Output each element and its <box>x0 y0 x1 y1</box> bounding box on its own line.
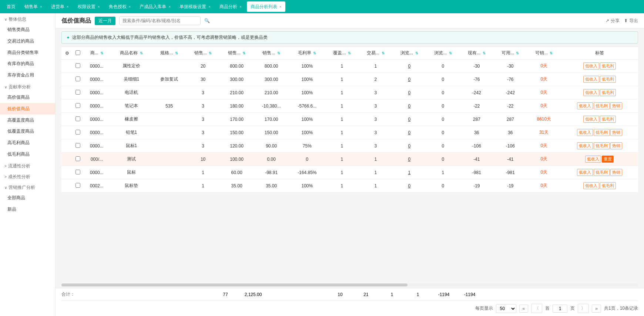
checkbox-cell[interactable] <box>73 73 83 86</box>
select-all-checkbox[interactable] <box>76 50 80 55</box>
horizontal-scrollbar[interactable] <box>61 283 638 286</box>
sidebar-item-low-value[interactable]: 低价值商品 <box>0 103 55 115</box>
checkbox-cell[interactable] <box>73 99 83 113</box>
settings-col-header[interactable]: ⚙ <box>61 47 73 60</box>
sidebar-group-title-circulation[interactable]: > 流通性分析 <box>0 160 55 171</box>
name-col-header[interactable]: 商品名称 ⇅ <box>111 47 152 60</box>
nav-product-analysis-list[interactable]: 商品分析列表 × <box>247 1 285 12</box>
sidebar-item-traded-goods[interactable]: 交易过的商品 <box>0 35 55 47</box>
row-checkbox[interactable] <box>76 183 80 188</box>
prev-page-button[interactable]: 〈 <box>531 304 542 313</box>
row-checkbox[interactable] <box>76 156 80 161</box>
first-page-button[interactable]: « <box>519 305 529 313</box>
close-icon[interactable]: × <box>98 5 100 9</box>
nav-product-analysis[interactable]: 商品分析 × <box>216 1 245 12</box>
row-checkbox[interactable] <box>76 116 80 121</box>
browse1-value[interactable]: 0 <box>408 77 411 82</box>
row-checkbox[interactable] <box>76 143 80 148</box>
page-input[interactable] <box>553 305 567 313</box>
sidebar-item-high-profit[interactable]: 高毛利商品 <box>0 137 55 149</box>
browse1-cell[interactable]: 0 <box>392 153 426 166</box>
browse1-value[interactable]: 0 <box>408 157 411 162</box>
browse1-value[interactable]: 0 <box>408 90 411 95</box>
share-button[interactable]: ↗ 分享 <box>606 18 620 24</box>
search-icon[interactable]: 🔍 <box>204 18 210 23</box>
checkbox-cell[interactable] <box>73 86 83 99</box>
page-size-select[interactable]: 50 100 200 <box>496 304 516 313</box>
sidebar-item-high-value[interactable]: 高价值商品 <box>0 92 55 103</box>
browse1-value[interactable]: 0 <box>408 143 411 149</box>
browse1-col-header[interactable]: 浏览... ⇅ <box>392 47 426 60</box>
checkbox-cell[interactable] <box>73 126 83 139</box>
row-checkbox[interactable] <box>76 63 80 68</box>
sidebar-item-low-profit[interactable]: 低毛利商品 <box>0 149 55 160</box>
nav-role-auth[interactable]: 角色授权 × <box>105 1 135 12</box>
sidebar-item-high-coverage[interactable]: 高覆盖度商品 <box>0 115 55 126</box>
close-icon[interactable]: × <box>168 5 171 9</box>
checkbox-col-header[interactable] <box>73 47 83 60</box>
nav-permissions[interactable]: 权限设置 × <box>74 1 104 12</box>
row-checkbox[interactable] <box>76 130 80 135</box>
checkbox-cell[interactable] <box>73 166 83 179</box>
close-icon[interactable]: × <box>239 5 242 9</box>
browse2-col-header[interactable]: 浏览... ⇅ <box>426 47 460 60</box>
nav-sales-order[interactable]: 销售单 × <box>21 1 46 12</box>
nav-home[interactable]: 首页 <box>3 1 19 12</box>
sidebar-group-title-marketing[interactable]: ∨ 营销推广分析 <box>0 181 55 192</box>
browse1-cell[interactable]: 0 <box>392 86 426 99</box>
profit-rate-col-header[interactable]: 毛利率 ⇅ <box>289 47 325 60</box>
sidebar-item-sales-goods[interactable]: 销售类商品 <box>0 24 55 35</box>
code-col-header[interactable]: 商... ⇅ <box>83 47 111 60</box>
row-checkbox[interactable] <box>76 90 80 95</box>
export-button[interactable]: ⬆ 导出 <box>624 18 638 24</box>
checkbox-cell[interactable] <box>73 153 83 166</box>
row-checkbox[interactable] <box>76 170 80 174</box>
cover-col-header[interactable]: 覆盖... ⇅ <box>325 47 359 60</box>
close-icon[interactable]: × <box>129 5 131 9</box>
browse1-cell[interactable]: 0 <box>392 126 426 139</box>
current-col-header[interactable]: 现有... ⇅ <box>460 47 493 60</box>
browse1-cell[interactable]: 1 <box>392 166 426 179</box>
browse1-value[interactable]: 0 <box>408 64 411 69</box>
sellable-col-header[interactable]: 可销... ⇅ <box>527 47 561 60</box>
sidebar-item-new-goods[interactable]: 新品 <box>0 204 55 215</box>
browse1-cell[interactable]: 0 <box>392 139 426 153</box>
trade-col-header[interactable]: 交易... ⇅ <box>359 47 392 60</box>
browse1-value[interactable]: 0 <box>408 130 411 135</box>
browse1-cell[interactable]: 0 <box>392 73 426 86</box>
nav-purchase-order[interactable]: 进货单 × <box>47 1 73 12</box>
browse1-cell[interactable]: 0 <box>392 179 426 193</box>
sidebar-item-all-goods[interactable]: 全部商品 <box>0 192 55 204</box>
close-icon[interactable]: × <box>67 5 69 9</box>
browse1-value[interactable]: 0 <box>408 183 411 188</box>
close-icon[interactable]: × <box>208 5 211 9</box>
sale1-col-header[interactable]: 销售... ⇅ <box>186 47 220 60</box>
sidebar-group-title-general[interactable]: ∨ 整体信息 <box>0 13 55 24</box>
next-page-button[interactable]: 〉 <box>578 304 589 313</box>
available-col-header[interactable]: 可用... ⇅ <box>493 47 527 60</box>
search-input[interactable] <box>119 16 201 25</box>
sidebar-item-stocked-goods[interactable]: 有库存的商品 <box>0 58 55 69</box>
sidebar-group-title-growth[interactable]: > 成长性分析 <box>0 171 55 181</box>
scrollbar-thumb[interactable] <box>61 283 407 286</box>
nav-template-settings[interactable]: 单据模板设置 × <box>176 1 214 12</box>
checkbox-cell[interactable] <box>73 139 83 153</box>
sidebar-group-title-contribution[interactable]: ∨ 贡献率分析 <box>0 81 55 92</box>
browse1-value[interactable]: 1 <box>408 170 411 175</box>
spec-col-header[interactable]: 规格... ⇅ <box>152 47 186 60</box>
sidebar-item-low-coverage[interactable]: 低覆盖度商品 <box>0 126 55 137</box>
checkbox-cell[interactable] <box>73 60 83 73</box>
checkbox-cell[interactable] <box>73 179 83 193</box>
row-checkbox[interactable] <box>76 77 80 81</box>
browse1-cell[interactable]: 0 <box>392 60 426 73</box>
sale2-col-header[interactable]: 销售... ⇅ <box>220 47 254 60</box>
checkbox-cell[interactable] <box>73 113 83 126</box>
browse1-cell[interactable]: 0 <box>392 113 426 126</box>
period-button[interactable]: 近一月 <box>95 17 115 25</box>
close-icon[interactable]: × <box>279 5 282 9</box>
browse1-value[interactable]: 0 <box>408 117 411 122</box>
last-page-button[interactable]: » <box>592 305 601 313</box>
browse1-cell[interactable]: 0 <box>392 99 426 113</box>
close-icon[interactable]: × <box>40 5 42 9</box>
sidebar-item-inventory-funds[interactable]: 库存资金占用 <box>0 69 55 81</box>
